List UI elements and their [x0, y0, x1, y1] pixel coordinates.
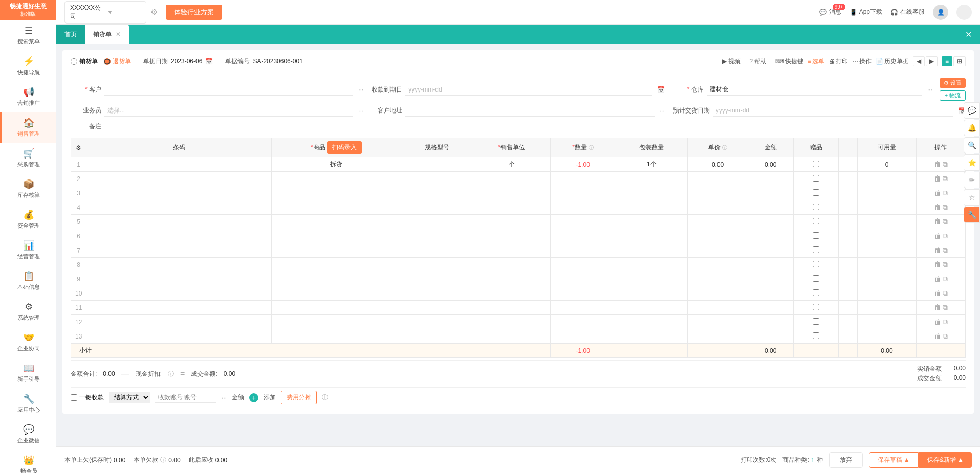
row-product[interactable]	[271, 315, 401, 329]
delete-row-btn[interactable]: 🗑	[934, 332, 941, 340]
copy-row-btn[interactable]: ⧉	[943, 332, 948, 341]
copy-row-btn[interactable]: ⧉	[943, 260, 948, 269]
sidebar-item-system[interactable]: ⚙ 系统管理	[0, 296, 56, 327]
row-spec[interactable]	[401, 186, 473, 200]
save-new-button[interactable]: 保存&新增 ▲	[919, 452, 972, 468]
right-panel-star-btn[interactable]: ⭐	[964, 154, 980, 171]
row-spec[interactable]	[401, 200, 473, 215]
company-selector[interactable]: XXXXXX公司 ▼	[64, 1, 146, 24]
row-qty[interactable]: -1.00	[550, 157, 616, 172]
sidebar-item-operations[interactable]: 📊 经营管理	[0, 235, 56, 265]
row-barcode[interactable]	[86, 329, 272, 344]
row-price[interactable]	[688, 186, 748, 200]
row-spec[interactable]	[401, 229, 473, 243]
sidebar-item-apps[interactable]: 🔧 应用中心	[0, 388, 56, 419]
row-price[interactable]	[688, 301, 748, 315]
row-product[interactable]	[271, 172, 401, 186]
row-price[interactable]	[688, 200, 748, 215]
radio-return-order[interactable]: 退货单	[104, 57, 131, 66]
row-barcode[interactable]	[86, 286, 272, 301]
next-btn[interactable]: ▶	[926, 56, 938, 66]
row-barcode[interactable]	[86, 243, 272, 258]
row-spec[interactable]	[401, 272, 473, 286]
copy-row-btn[interactable]: ⧉	[943, 217, 948, 226]
sidebar-item-marketing[interactable]: 📢 营销推广	[0, 81, 56, 112]
row-qty[interactable]	[550, 215, 616, 229]
scan-btn[interactable]: 扫码录入	[327, 141, 362, 154]
row-price[interactable]	[688, 329, 748, 344]
row-product[interactable]	[271, 229, 401, 243]
salesperson-input[interactable]	[104, 105, 353, 117]
copy-row-btn[interactable]: ⧉	[943, 203, 948, 212]
tab-sales-order[interactable]: 销货单 ✕	[85, 25, 129, 44]
row-product[interactable]	[271, 186, 401, 200]
settings-icon[interactable]: ⚙	[150, 7, 158, 17]
right-panel-search-btn[interactable]: 🔍	[964, 137, 980, 153]
row-price[interactable]	[688, 229, 748, 243]
video-link[interactable]: ▶ 视频	[722, 57, 741, 66]
row-price[interactable]	[688, 286, 748, 301]
discount-help-icon[interactable]: ⓘ	[168, 370, 174, 378]
row-spec[interactable]	[401, 301, 473, 315]
row-price[interactable]	[688, 172, 748, 186]
row-qty[interactable]	[550, 272, 616, 286]
delete-row-btn[interactable]: 🗑	[934, 232, 941, 240]
row-qty[interactable]	[550, 329, 616, 344]
row-barcode[interactable]	[86, 301, 272, 315]
delete-row-btn[interactable]: 🗑	[934, 174, 941, 183]
avatar-extra[interactable]	[956, 5, 972, 20]
delete-row-btn[interactable]: 🗑	[934, 275, 941, 283]
sidebar-item-sales[interactable]: 🏠 销售管理	[0, 112, 56, 143]
help-link[interactable]: ? 帮助	[749, 57, 767, 66]
trial-button[interactable]: 体验行业方案	[166, 5, 222, 20]
right-panel-edit-btn[interactable]: ✏	[964, 172, 980, 188]
fee-help-icon[interactable]: ⓘ	[322, 393, 328, 402]
row-gift[interactable]	[793, 172, 839, 186]
row-gift[interactable]	[793, 215, 839, 229]
row-qty[interactable]	[550, 200, 616, 215]
right-panel-bell-btn[interactable]: 🔔	[964, 120, 980, 136]
row-gift[interactable]	[793, 272, 839, 286]
col-config[interactable]: ⚙	[71, 138, 86, 157]
row-qty[interactable]	[550, 258, 616, 272]
copy-row-btn[interactable]: ⧉	[943, 232, 948, 240]
tab-home[interactable]: 首页	[56, 25, 85, 44]
copy-row-btn[interactable]: ⧉	[943, 303, 948, 312]
row-product[interactable]	[271, 258, 401, 272]
row-gift[interactable]	[793, 301, 839, 315]
customer-address-input[interactable]	[405, 105, 654, 117]
logistics-btn[interactable]: + 物流	[940, 90, 966, 101]
row-barcode[interactable]	[86, 258, 272, 272]
operate-btn[interactable]: ⋯ 操作	[852, 57, 872, 66]
sidebar-item-basics[interactable]: 📋 基础信息	[0, 265, 56, 296]
abandon-button[interactable]: 放弃	[829, 452, 863, 468]
sidebar-item-shortcut[interactable]: ⚡ 快捷导航	[0, 51, 56, 81]
row-spec[interactable]	[401, 243, 473, 258]
delete-row-btn[interactable]: 🗑	[934, 189, 941, 197]
row-spec[interactable]	[401, 258, 473, 272]
payment-due-cal-icon[interactable]: 📅	[657, 86, 665, 93]
row-qty[interactable]	[550, 315, 616, 329]
row-qty[interactable]	[550, 186, 616, 200]
copy-row-btn[interactable]: ⧉	[943, 189, 948, 197]
grid-view-btn[interactable]: ⊞	[953, 56, 966, 66]
row-price[interactable]	[688, 315, 748, 329]
copy-row-btn[interactable]: ⧉	[943, 289, 948, 298]
copy-row-btn[interactable]: ⧉	[943, 246, 948, 255]
history-btn[interactable]: 📄 历史单据	[876, 57, 909, 66]
delete-row-btn[interactable]: 🗑	[934, 160, 941, 168]
row-spec[interactable]	[401, 215, 473, 229]
payment-due-input[interactable]	[405, 84, 651, 96]
row-qty[interactable]	[550, 301, 616, 315]
settings-btn[interactable]: ⚙ 设置	[940, 78, 966, 88]
row-gift[interactable]	[793, 329, 839, 344]
row-product[interactable]: 拆货	[271, 157, 401, 172]
select-btn[interactable]: ≡ 选单	[808, 57, 824, 66]
row-qty[interactable]	[550, 229, 616, 243]
row-spec[interactable]	[401, 157, 473, 172]
row-price[interactable]	[688, 258, 748, 272]
row-price[interactable]	[688, 243, 748, 258]
customer-input[interactable]	[104, 84, 353, 96]
row-price[interactable]: 0.00	[688, 157, 748, 172]
account-input[interactable]	[155, 392, 216, 403]
